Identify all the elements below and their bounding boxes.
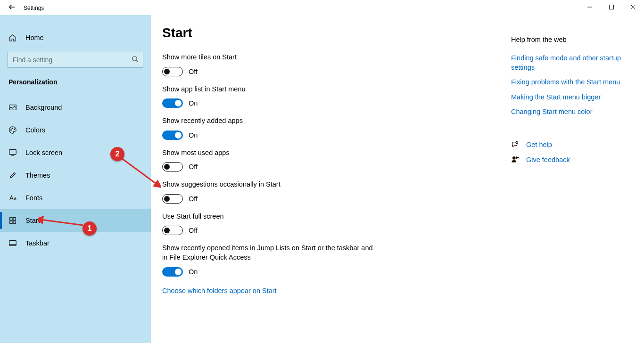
- sidebar-item-taskbar[interactable]: Taskbar: [0, 232, 151, 254]
- toggle-jump-lists[interactable]: [162, 267, 183, 277]
- sidebar-home[interactable]: Home: [0, 27, 151, 48]
- brush-icon: [8, 171, 17, 180]
- toggle-state: Off: [189, 227, 198, 234]
- toggle-full-screen[interactable]: [162, 226, 183, 235]
- help-link[interactable]: Finding safe mode and other startup sett…: [511, 54, 624, 72]
- give-feedback-row: Give feedback: [511, 155, 633, 164]
- setting-suggestions: Show suggestions occasionally in Start O…: [162, 180, 492, 204]
- palette-icon: [8, 126, 17, 134]
- svg-point-3: [11, 130, 12, 131]
- setting-label: Show more tiles on Start: [162, 53, 379, 62]
- sidebar-item-colors[interactable]: Colors: [0, 119, 151, 141]
- toggle-state: On: [189, 268, 198, 276]
- annotation-badge-2: 2: [110, 147, 124, 161]
- font-icon: [8, 194, 17, 202]
- main-panel: Start Show more tiles on Start Off Show …: [162, 25, 492, 343]
- svg-point-5: [14, 129, 15, 130]
- svg-rect-10: [13, 221, 16, 223]
- toggle-state: On: [189, 131, 198, 139]
- sidebar-category: Personalization: [0, 78, 151, 86]
- svg-rect-11: [9, 241, 16, 246]
- annotation-badge-1: 1: [83, 221, 97, 236]
- toggle-suggestions[interactable]: [162, 194, 183, 204]
- help-icon: [511, 140, 520, 149]
- titlebar: Settings: [0, 0, 644, 15]
- sidebar-item-background[interactable]: Background: [0, 96, 151, 119]
- svg-point-1: [132, 57, 137, 61]
- back-icon[interactable]: [8, 4, 15, 12]
- help-link[interactable]: Fixing problems with the Start menu: [511, 78, 624, 87]
- setting-label: Show suggestions occasionally in Start: [162, 180, 379, 189]
- setting-jump-lists: Show recently opened items in Jump Lists…: [162, 244, 492, 276]
- svg-rect-0: [610, 5, 614, 9]
- close-button[interactable]: [622, 0, 644, 14]
- help-link[interactable]: Making the Start menu bigger: [511, 93, 624, 102]
- annotation-arrow-1: [38, 216, 85, 229]
- setting-app-list: Show app list in Start menu On: [162, 85, 492, 108]
- sidebar-home-label: Home: [25, 34, 44, 41]
- toggle-state: Off: [189, 68, 198, 75]
- toggle-state: Off: [189, 163, 198, 171]
- sidebar-item-label: Colors: [25, 126, 45, 134]
- minimize-button[interactable]: [579, 0, 601, 14]
- setting-label: Show recently added apps: [162, 116, 379, 126]
- svg-rect-8: [13, 218, 16, 220]
- home-icon: [8, 33, 17, 42]
- search-icon: [132, 56, 139, 65]
- setting-label: Show recently opened items in Jump Lists…: [162, 244, 379, 262]
- sidebar-item-label: Lock screen: [25, 149, 62, 156]
- svg-line-14: [41, 220, 83, 225]
- setting-label: Show most used apps: [162, 148, 379, 158]
- svg-line-15: [122, 158, 157, 185]
- setting-full-screen: Use Start full screen Off: [162, 212, 492, 236]
- search-input[interactable]: [8, 52, 143, 68]
- give-feedback-link[interactable]: Give feedback: [526, 156, 570, 163]
- svg-point-13: [513, 157, 515, 159]
- sidebar-item-label: Fonts: [25, 194, 42, 202]
- setting-label: Use Start full screen: [162, 212, 379, 221]
- get-help-row: Get help: [511, 140, 633, 149]
- window-title: Settings: [24, 5, 44, 11]
- help-aside: Help from the web Finding safe mode and …: [492, 25, 644, 343]
- aside-title: Help from the web: [511, 36, 633, 43]
- sidebar-item-label: Themes: [25, 172, 50, 179]
- picture-icon: [8, 103, 17, 112]
- maximize-button[interactable]: [601, 0, 622, 14]
- setting-more-tiles: Show more tiles on Start Off: [162, 53, 492, 76]
- page-title: Start: [162, 25, 492, 41]
- taskbar-icon: [8, 239, 17, 247]
- toggle-state: On: [189, 99, 198, 107]
- toggle-state: Off: [189, 195, 198, 203]
- start-icon: [8, 216, 17, 225]
- help-link[interactable]: Changing Start menu color: [511, 107, 624, 117]
- toggle-most-used[interactable]: [162, 162, 183, 172]
- svg-rect-6: [9, 150, 16, 155]
- sidebar-item-fonts[interactable]: Fonts: [0, 187, 151, 209]
- svg-point-4: [12, 128, 13, 129]
- setting-most-used: Show most used apps Off: [162, 148, 492, 172]
- monitor-icon: [8, 148, 17, 157]
- svg-rect-9: [10, 221, 12, 223]
- setting-recently-added: Show recently added apps On: [162, 116, 492, 140]
- setting-label: Show app list in Start menu: [162, 85, 379, 94]
- toggle-more-tiles[interactable]: [162, 67, 183, 76]
- choose-folders-link[interactable]: Choose which folders appear on Start: [162, 287, 277, 294]
- toggle-app-list[interactable]: [162, 98, 183, 108]
- sidebar-item-label: Background: [25, 104, 62, 111]
- svg-rect-7: [10, 218, 12, 220]
- sidebar-item-label: Taskbar: [25, 239, 50, 247]
- feedback-icon: [511, 155, 520, 164]
- annotation-arrow-2: [119, 155, 161, 188]
- toggle-recently-added[interactable]: [162, 131, 183, 140]
- get-help-link[interactable]: Get help: [526, 141, 552, 148]
